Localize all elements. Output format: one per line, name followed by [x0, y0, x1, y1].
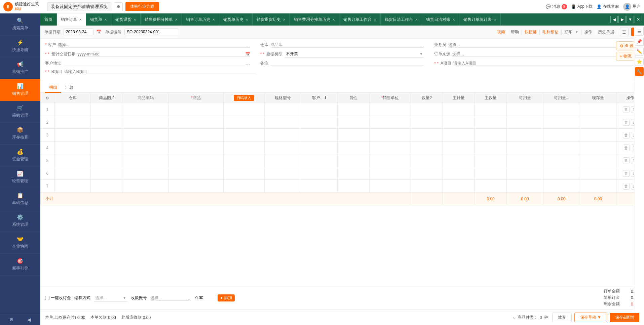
- row-available-1[interactable]: [507, 103, 543, 116]
- row-spec-1[interactable]: [264, 103, 301, 116]
- tab-daily-clear-workbench[interactable]: 钱货日清工作台 ✕: [381, 13, 422, 26]
- sidebar-collapse-btn[interactable]: ◀: [27, 317, 31, 322]
- tab-invoice-history-close[interactable]: ✕: [245, 18, 248, 22]
- row-scan-2[interactable]: [223, 116, 264, 129]
- row-main-unit-1[interactable]: [443, 103, 475, 116]
- row-delete-btn-2[interactable]: 🗑: [623, 119, 630, 126]
- row-image-2[interactable]: [91, 116, 123, 129]
- staff-input[interactable]: [448, 42, 633, 47]
- row-delete-btn-5[interactable]: 🗑: [623, 157, 630, 164]
- invoice-type-select[interactable]: 不开票 ▼: [285, 50, 424, 58]
- sidebar-item-inventory[interactable]: 📦 库存核算: [0, 123, 40, 145]
- col-settings[interactable]: ⚙: [41, 93, 54, 103]
- sidebar-item-purchase[interactable]: 🛒 采购管理: [0, 101, 40, 123]
- row-qty2-2[interactable]: [411, 116, 443, 129]
- row-image-3[interactable]: [91, 129, 123, 141]
- row-spec-5[interactable]: [264, 154, 301, 167]
- row-available2-2[interactable]: [543, 116, 580, 129]
- row-available-6[interactable]: [507, 167, 543, 180]
- row-available2-3[interactable]: [543, 129, 580, 141]
- sidebar-item-sales[interactable]: 📊 销售管理: [0, 79, 40, 101]
- row-goods-4[interactable]: [168, 141, 223, 154]
- row-qty2-7[interactable]: [411, 180, 443, 193]
- row-warehouse-5[interactable]: [54, 154, 91, 167]
- delivery-date-calendar-icon[interactable]: 📅: [245, 52, 250, 56]
- profit-button[interactable]: 毛利预估: [542, 29, 559, 35]
- collection-amount-input[interactable]: [194, 295, 214, 301]
- row-warehouse-3[interactable]: [54, 129, 91, 141]
- tab-more-button[interactable]: ▼: [627, 16, 634, 23]
- row-warehouse-4[interactable]: [54, 141, 91, 154]
- right-panel-btn-5[interactable]: 🔧: [635, 67, 644, 76]
- history-button[interactable]: 历史单据: [598, 29, 614, 35]
- row-unit-5[interactable]: [370, 154, 411, 167]
- address-dots-icon[interactable]: …: [245, 60, 250, 66]
- bank-account-dots-icon[interactable]: …: [186, 295, 191, 300]
- row-goods-1[interactable]: [168, 103, 223, 116]
- row-available-5[interactable]: [507, 154, 543, 167]
- industry-solution-button[interactable]: 体验行业方案: [125, 2, 159, 11]
- row-qty2-6[interactable]: [411, 167, 443, 180]
- row-attribute-7[interactable]: [338, 180, 370, 193]
- delivery-date-input[interactable]: [78, 52, 244, 56]
- tab-detail[interactable]: 明细: [45, 83, 61, 93]
- row-main-unit-3[interactable]: [443, 129, 475, 141]
- row-delete-btn-4[interactable]: 🗑: [623, 145, 630, 151]
- warehouse-input[interactable]: [270, 42, 418, 47]
- row-available-3[interactable]: [507, 129, 543, 141]
- order-source-input-box[interactable]: ▼: [452, 52, 639, 57]
- tab-sales-invoice[interactable]: 销货单 ✕: [86, 13, 111, 26]
- one-click-checkbox-input[interactable]: [45, 296, 49, 300]
- tab-sales-invoice-close[interactable]: ✕: [104, 18, 107, 22]
- sidebar-item-search[interactable]: 🔍 搜索菜单: [0, 13, 40, 35]
- row-scan-5[interactable]: [223, 154, 264, 167]
- remark-input-box[interactable]: [270, 61, 424, 66]
- sidebar-item-quick-nav[interactable]: ⚡ 快捷导航: [0, 35, 40, 57]
- shortcut-button[interactable]: 快捷键: [525, 29, 537, 35]
- row-customer-code-6[interactable]: [301, 167, 338, 180]
- order-source-input[interactable]: [452, 52, 636, 56]
- row-available-7[interactable]: [507, 180, 543, 193]
- row-attribute-2[interactable]: [338, 116, 370, 129]
- tab-next-button[interactable]: ▶: [618, 16, 626, 23]
- row-main-unit-7[interactable]: [443, 180, 475, 193]
- row-attribute-3[interactable]: [338, 129, 370, 141]
- print-dropdown-icon[interactable]: ▼: [575, 30, 578, 34]
- row-qty2-4[interactable]: [411, 141, 443, 154]
- row-spec-4[interactable]: [264, 141, 301, 154]
- row-main-qty-3[interactable]: [475, 129, 507, 141]
- row-scan-6[interactable]: [223, 167, 264, 180]
- row-spec-2[interactable]: [264, 116, 301, 129]
- row-attribute-1[interactable]: [338, 103, 370, 116]
- sidebar-item-marketing[interactable]: 📢 营销推广: [0, 57, 40, 79]
- row-available2-7[interactable]: [543, 180, 580, 193]
- tab-close-all-button[interactable]: ✕: [635, 16, 642, 23]
- payment-method-select[interactable]: 选择... ▼: [94, 294, 127, 302]
- row-attribute-6[interactable]: [338, 167, 370, 180]
- sidebar-item-system[interactable]: ⚙️ 系统管理: [0, 210, 40, 232]
- customer-dots-icon[interactable]: …: [245, 42, 250, 47]
- save-new-button[interactable]: 保存&新增: [610, 313, 639, 322]
- tab-order-workbench-close[interactable]: ✕: [374, 18, 376, 22]
- address-input-box[interactable]: …: [63, 60, 250, 66]
- staff-input-box[interactable]: …: [448, 42, 639, 48]
- tab-prev-button[interactable]: ◀: [610, 16, 618, 23]
- one-click-collection-checkbox[interactable]: 一键收订金: [45, 295, 71, 301]
- message-item[interactable]: 💬 消息 9: [546, 4, 567, 9]
- calendar-icon[interactable]: 📅: [96, 30, 101, 34]
- row-stock-5[interactable]: [580, 154, 616, 167]
- draft-dropdown-icon[interactable]: ▼: [597, 315, 601, 320]
- app-download-item[interactable]: 📱 App下载: [571, 4, 593, 9]
- tab-return-history-close[interactable]: ✕: [283, 18, 286, 22]
- row-qty2-1[interactable]: [411, 103, 443, 116]
- row-spec-7[interactable]: [264, 180, 301, 193]
- bank-account-input[interactable]: [150, 295, 185, 300]
- remark-input[interactable]: [270, 61, 424, 66]
- row-main-qty-7[interactable]: [475, 180, 507, 193]
- warehouse-input-box[interactable]: …: [270, 42, 424, 48]
- tab-sales-order[interactable]: 销售订单 ✕: [57, 13, 86, 26]
- help-button[interactable]: 帮助: [511, 29, 519, 35]
- row-main-qty-6[interactable]: [475, 167, 507, 180]
- row-image-4[interactable]: [91, 141, 123, 154]
- right-panel-btn-4[interactable]: ⭐: [635, 57, 644, 66]
